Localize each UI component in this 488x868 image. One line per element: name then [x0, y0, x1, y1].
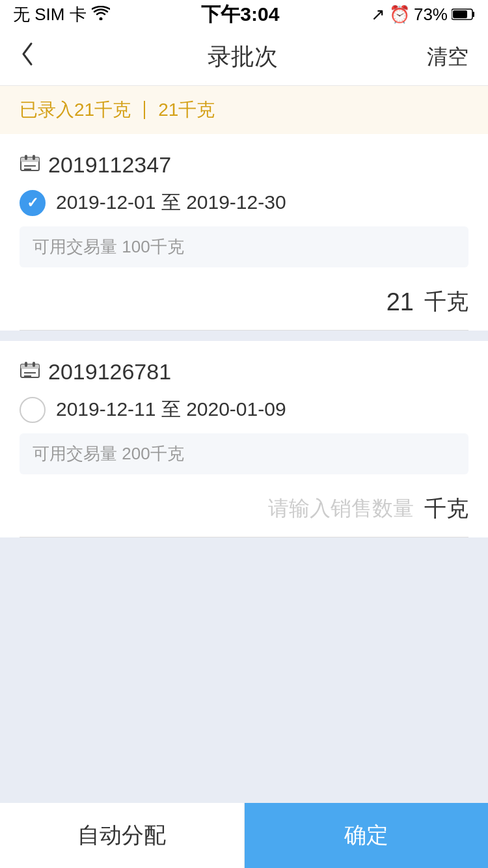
- amount-value-1: 21: [386, 288, 414, 316]
- available-row-1: 可用交易量 100千克: [20, 226, 468, 267]
- summary-label: 已录入21千克: [20, 98, 131, 122]
- batch-date-row-2: 2019-12-11 至 2020-01-09: [0, 391, 488, 433]
- no-sim-text: 无 SIM 卡: [13, 3, 87, 26]
- summary-divider: [144, 101, 145, 119]
- back-button[interactable]: [20, 41, 59, 73]
- status-right: ↗ ⏰ 73%: [371, 5, 475, 25]
- svg-point-0: [99, 17, 102, 20]
- svg-rect-2: [472, 12, 474, 17]
- batch-icon-2: [20, 360, 40, 383]
- svg-rect-5: [21, 157, 39, 162]
- batch-checkbox-2[interactable]: [20, 397, 46, 423]
- batch-date-2: 2019-12-11 至 2020-01-09: [56, 396, 286, 423]
- available-text-1: 可用交易量 100千克: [33, 237, 184, 256]
- status-left: 无 SIM 卡: [13, 3, 110, 26]
- svg-rect-12: [25, 362, 27, 367]
- input-unit-2: 千克: [424, 494, 468, 524]
- battery-text: 73%: [414, 5, 448, 25]
- amount-row-1: 21 千克: [0, 280, 488, 330]
- battery-icon: [452, 5, 475, 25]
- svg-rect-11: [21, 364, 39, 369]
- bottom-bar: 自动分配 确定: [0, 803, 488, 868]
- summary-amount: 21千克: [158, 98, 215, 122]
- nav-bar: 录批次 清空: [0, 29, 488, 86]
- batch-checkbox-1[interactable]: [20, 190, 46, 216]
- gray-area: [0, 537, 488, 837]
- status-bar: 无 SIM 卡 下午3:04 ↗ ⏰ 73%: [0, 0, 488, 29]
- input-row-2: 请输入销售数量 千克: [0, 487, 488, 537]
- batch-header-2: 2019126781: [0, 341, 488, 391]
- svg-rect-13: [33, 362, 35, 367]
- batch-header-1: 2019112347: [0, 134, 488, 184]
- batch-number-1: 2019112347: [48, 152, 171, 178]
- batch-card-1: 2019112347 2019-12-01 至 2019-12-30 可用交易量…: [0, 134, 488, 331]
- batch-date-1: 2019-12-01 至 2019-12-30: [56, 189, 286, 216]
- batch-card-2: 2019126781 2019-12-11 至 2020-01-09 可用交易量…: [0, 341, 488, 537]
- summary-banner: 已录入21千克 21千克: [0, 86, 488, 134]
- wifi-icon: [92, 5, 110, 25]
- available-row-2: 可用交易量 200千克: [20, 433, 468, 474]
- status-time: 下午3:04: [201, 1, 279, 28]
- svg-rect-7: [33, 155, 35, 160]
- batch-icon-1: [20, 154, 40, 176]
- clear-button[interactable]: 清空: [427, 43, 468, 72]
- amount-unit-1: 千克: [424, 287, 468, 317]
- auto-distribute-button[interactable]: 自动分配: [0, 803, 245, 868]
- section-sep: [0, 331, 488, 341]
- svg-rect-3: [453, 10, 467, 18]
- confirm-button[interactable]: 确定: [245, 803, 489, 868]
- alarm-icon: ⏰: [389, 5, 410, 25]
- batch-number-2: 2019126781: [48, 359, 171, 385]
- quantity-placeholder-2: 请输入销售数量: [268, 495, 414, 523]
- svg-rect-6: [25, 155, 27, 160]
- location-icon: ↗: [371, 5, 385, 25]
- page-title: 录批次: [208, 41, 278, 73]
- batch-date-row-1: 2019-12-01 至 2019-12-30: [0, 184, 488, 226]
- available-text-2: 可用交易量 200千克: [33, 444, 184, 463]
